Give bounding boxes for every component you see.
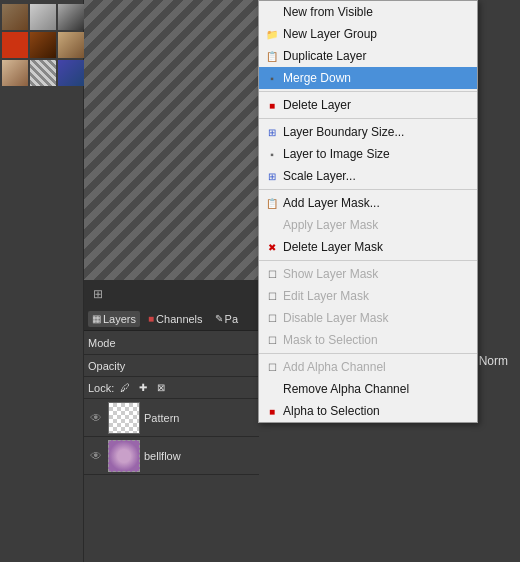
layer-item-pattern[interactable]: 👁 Pattern: [84, 399, 259, 437]
separator-5: [259, 353, 477, 354]
layer-image-size-icon: ▪: [265, 147, 279, 161]
left-panel: [0, 0, 84, 562]
layer-thumb-pattern: [108, 402, 140, 434]
delete-layer-icon: ■: [265, 98, 279, 112]
thumbnail-9[interactable]: [58, 60, 84, 86]
separator-1: [259, 91, 477, 92]
menu-remove-alpha-channel[interactable]: Remove Alpha Channel: [259, 378, 477, 400]
bottom-bar: ⊞: [84, 280, 259, 308]
opacity-label: Opacity: [88, 360, 125, 372]
menu-layer-boundary-label: Layer Boundary Size...: [283, 125, 404, 139]
menu-disable-layer-mask-label: Disable Layer Mask: [283, 311, 388, 325]
layer-visibility-bellflow[interactable]: 👁: [88, 448, 104, 464]
mode-label: Mode: [88, 337, 116, 349]
layer-item-bellflow[interactable]: 👁 bellflow: [84, 437, 259, 475]
menu-delete-layer-mask-label: Delete Layer Mask: [283, 240, 383, 254]
menu-merge-down[interactable]: ▪ Merge Down: [259, 67, 477, 89]
lock-pixels-button[interactable]: 🖊: [118, 381, 132, 395]
thumbnail-7[interactable]: [2, 60, 28, 86]
paths-tab-label: Pa: [225, 313, 238, 325]
alpha-to-selection-icon: ■: [265, 404, 279, 418]
menu-new-from-visible[interactable]: New from Visible: [259, 1, 477, 23]
layer-name-pattern: Pattern: [144, 412, 179, 424]
channels-tab-icon: ■: [148, 313, 154, 324]
menu-delete-layer-mask[interactable]: ✖ Delete Layer Mask: [259, 236, 477, 258]
separator-4: [259, 260, 477, 261]
layers-panel: ▦ Layers ■ Channels ✎ Pa Mode Opacity Lo…: [84, 307, 259, 562]
channels-tab-label: Channels: [156, 313, 202, 325]
menu-scale-layer[interactable]: ⊞ Scale Layer...: [259, 165, 477, 187]
norm-label: Norm: [479, 354, 508, 368]
show-layer-mask-icon: ☐: [265, 267, 279, 281]
lock-label: Lock:: [88, 382, 114, 394]
menu-add-layer-mask-label: Add Layer Mask...: [283, 196, 380, 210]
tab-layers[interactable]: ▦ Layers: [88, 311, 140, 327]
layer-list: 👁 Pattern 👁 bellflow: [84, 399, 259, 475]
canvas-preview: [84, 0, 259, 307]
lock-row: Lock: 🖊 ✚ ⊠: [84, 377, 259, 399]
layers-tab-icon: ▦: [92, 313, 101, 324]
layer-boundary-icon: ⊞: [265, 125, 279, 139]
menu-add-alpha-channel: ☐ Add Alpha Channel: [259, 356, 477, 378]
thumbnail-2[interactable]: [30, 4, 56, 30]
disable-layer-mask-icon: ☐: [265, 311, 279, 325]
menu-layer-boundary-size[interactable]: ⊞ Layer Boundary Size...: [259, 121, 477, 143]
menu-alpha-to-selection[interactable]: ■ Alpha to Selection: [259, 400, 477, 422]
menu-show-layer-mask-label: Show Layer Mask: [283, 267, 378, 281]
delete-layer-mask-icon: ✖: [265, 240, 279, 254]
menu-scale-layer-label: Scale Layer...: [283, 169, 356, 183]
lock-all-button[interactable]: ⊠: [154, 381, 168, 395]
bottom-icon-1[interactable]: ⊞: [88, 284, 108, 304]
edit-layer-mask-icon: ☐: [265, 289, 279, 303]
menu-add-alpha-channel-label: Add Alpha Channel: [283, 360, 386, 374]
thumbnail-4[interactable]: [2, 32, 28, 58]
mask-to-selection-icon: ☐: [265, 333, 279, 347]
menu-new-layer-group[interactable]: 📁 New Layer Group: [259, 23, 477, 45]
menu-delete-layer[interactable]: ■ Delete Layer: [259, 94, 477, 116]
menu-edit-layer-mask-label: Edit Layer Mask: [283, 289, 369, 303]
separator-2: [259, 118, 477, 119]
menu-new-layer-group-label: New Layer Group: [283, 27, 377, 41]
menu-duplicate-layer[interactable]: 📋 Duplicate Layer: [259, 45, 477, 67]
opacity-row: Opacity: [84, 355, 259, 377]
menu-edit-layer-mask: ☐ Edit Layer Mask: [259, 285, 477, 307]
duplicate-layer-icon: 📋: [265, 49, 279, 63]
menu-merge-down-label: Merge Down: [283, 71, 351, 85]
paths-tab-icon: ✎: [215, 313, 223, 324]
tab-channels[interactable]: ■ Channels: [144, 311, 207, 327]
menu-mask-to-selection-label: Mask to Selection: [283, 333, 378, 347]
thumbnail-5[interactable]: [30, 32, 56, 58]
thumbnail-8[interactable]: [30, 60, 56, 86]
thumbnail-3[interactable]: [58, 4, 84, 30]
scale-layer-icon: ⊞: [265, 169, 279, 183]
mode-row: Mode: [84, 331, 259, 355]
canvas-area: [84, 0, 259, 307]
thumbnail-grid: [0, 2, 83, 88]
right-panel: [508, 0, 520, 562]
menu-new-from-visible-label: New from Visible: [283, 5, 373, 19]
separator-3: [259, 189, 477, 190]
menu-apply-layer-mask-label: Apply Layer Mask: [283, 218, 378, 232]
new-layer-group-icon: 📁: [265, 27, 279, 41]
menu-disable-layer-mask: ☐ Disable Layer Mask: [259, 307, 477, 329]
menu-apply-layer-mask: Apply Layer Mask: [259, 214, 477, 236]
menu-alpha-to-selection-label: Alpha to Selection: [283, 404, 380, 418]
layer-visibility-pattern[interactable]: 👁: [88, 410, 104, 426]
menu-add-layer-mask[interactable]: 📋 Add Layer Mask...: [259, 192, 477, 214]
layers-tab-label: Layers: [103, 313, 136, 325]
menu-mask-to-selection: ☐ Mask to Selection: [259, 329, 477, 351]
menu-delete-layer-label: Delete Layer: [283, 98, 351, 112]
menu-layer-to-image-size-label: Layer to Image Size: [283, 147, 390, 161]
thumbnail-1[interactable]: [2, 4, 28, 30]
menu-layer-to-image-size[interactable]: ▪ Layer to Image Size: [259, 143, 477, 165]
layer-name-bellflow: bellflow: [144, 450, 181, 462]
merge-down-icon: ▪: [265, 71, 279, 85]
layers-tabs: ▦ Layers ■ Channels ✎ Pa: [84, 307, 259, 331]
layer-thumb-bellflow: [108, 440, 140, 472]
lock-position-button[interactable]: ✚: [136, 381, 150, 395]
menu-show-layer-mask: ☐ Show Layer Mask: [259, 263, 477, 285]
thumbnail-6[interactable]: [58, 32, 84, 58]
tab-paths[interactable]: ✎ Pa: [211, 311, 242, 327]
menu-duplicate-layer-label: Duplicate Layer: [283, 49, 366, 63]
menu-remove-alpha-channel-label: Remove Alpha Channel: [283, 382, 409, 396]
